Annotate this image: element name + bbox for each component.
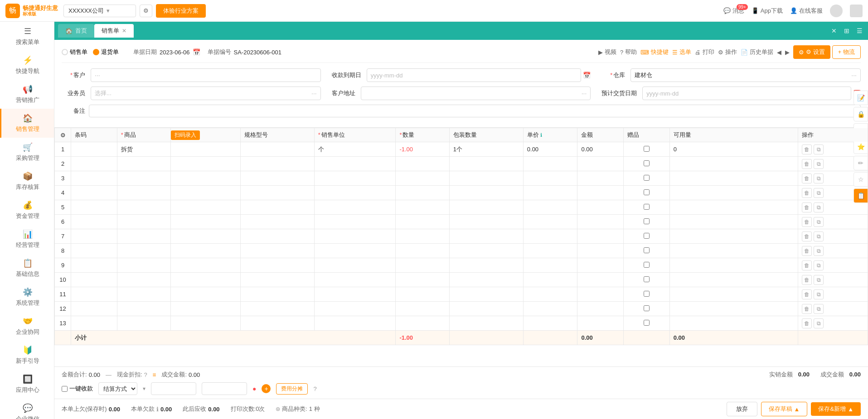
gift-checkbox[interactable] [644,160,650,166]
gift-checkbox[interactable] [644,276,650,282]
delete-icon[interactable]: 🗑 [802,260,812,270]
gift-checkbox[interactable] [644,247,650,253]
float-edit-btn[interactable]: ✏ [853,156,868,170]
settings-icon[interactable]: ⚙ [140,5,152,17]
sidebar-item-quick-nav[interactable]: ⚡ 快捷导航 [0,51,54,80]
gift-checkbox[interactable] [644,262,650,268]
gift-checkbox[interactable] [644,291,650,297]
expense-split-button[interactable]: 费用分摊 [276,383,308,395]
copy-icon[interactable]: ⧉ [814,144,824,154]
delete-icon[interactable]: 🗑 [802,318,812,328]
settlement-method-select[interactable]: 结算方式 [98,382,137,395]
notes-input[interactable] [89,105,861,117]
nav-prev-icon[interactable]: ◀ [777,49,781,56]
amount-cell[interactable]: 0.00 [577,142,624,157]
due-date-calendar-icon[interactable]: 📅 [583,72,591,79]
trial-button[interactable]: 体验行业方案 [156,4,206,18]
gift-checkbox[interactable] [644,175,650,181]
copy-icon[interactable]: ⧉ [814,246,824,256]
app-download-button[interactable]: 📱 App下载 [752,7,783,15]
radio-sales-order[interactable]: 销售单 [62,48,87,56]
abandon-button[interactable]: 放弃 [727,402,757,416]
video-btn[interactable]: ▶ 视频 [598,48,616,56]
copy-icon[interactable]: ⧉ [814,231,824,241]
online-service-button[interactable]: 👤 在线客服 [790,7,823,15]
tab-sales-order[interactable]: 销售单 ✕ [94,24,134,38]
one-click-pay-checkbox[interactable]: 一键收款 [62,385,93,393]
expense-help-icon[interactable]: ? [313,385,316,392]
user-menu[interactable] [850,5,863,17]
customer-input[interactable]: ··· [91,68,321,82]
due-date-input[interactable]: yyyy-mm-dd [367,68,582,82]
nav-next-icon[interactable]: ▶ [785,49,790,56]
copy-icon[interactable]: ⧉ [814,202,824,212]
quantity-cell[interactable]: -1.00 [396,142,449,157]
sidebar-item-finance[interactable]: 💰 资金管理 [0,196,54,225]
shortcut-btn[interactable]: ⌨ 快捷键 [640,48,669,56]
gift-checkbox[interactable] [644,146,650,152]
amount-input[interactable] [202,382,247,395]
company-selector[interactable]: XXXXXX公司 ▾ [63,5,136,17]
warehouse-input[interactable]: 建材仓 ··· [630,68,861,82]
sidebar-item-purchase[interactable]: 🛒 采购管理 [0,138,54,167]
delete-icon[interactable]: 🗑 [802,159,812,169]
scan-button[interactable]: 扫码录入 [171,130,200,140]
copy-icon[interactable]: ⧉ [814,304,824,314]
sidebar-item-cooperation[interactable]: 🤝 企业协同 [0,312,54,341]
settings-button[interactable]: ⚙ ⚙ 设置 [793,45,830,59]
print-btn[interactable]: 🖨 打印 [695,48,714,56]
sidebar-item-basic-info[interactable]: 📋 基础信息 [0,254,54,283]
gift-checkbox[interactable] [644,320,650,326]
select-btn[interactable]: ☰ 选单 [672,48,691,56]
delete-icon[interactable]: 🗑 [802,275,812,285]
copy-icon[interactable]: ⧉ [814,289,824,299]
save-new-button[interactable]: 保存&新增 ▲ [811,402,861,416]
sidebar-item-apps[interactable]: 🔲 应用中心 [0,370,54,399]
float-notes-btn[interactable]: 📝 [853,91,868,105]
copy-icon[interactable]: ⧉ [814,275,824,285]
sidebar-item-guide[interactable]: 🔰 新手引导 [0,341,54,370]
col-settings[interactable]: ⚙ [55,128,71,142]
delete-icon[interactable]: 🗑 [802,231,812,241]
message-button[interactable]: 💬 消息 99+ [723,7,744,15]
delete-icon[interactable]: 🗑 [802,217,812,227]
operations-btn[interactable]: ⚙ 操作 [718,48,737,56]
sidebar-item-operations[interactable]: 📊 经营管理 [0,225,54,254]
unit-price-cell[interactable]: 0.00 [523,142,577,157]
float-star2-btn[interactable]: ☆ [853,172,868,187]
delete-icon[interactable]: 🗑 [802,304,812,314]
logistics-button[interactable]: + 物流 [832,45,861,59]
gift-cell[interactable] [624,142,670,157]
delete-icon[interactable]: 🗑 [802,173,812,183]
one-click-checkbox[interactable] [62,386,68,392]
float-lock-btn[interactable]: 🔒 [853,107,868,121]
discount-help-icon[interactable]: ? [144,371,147,378]
sidebar-item-marketing[interactable]: 📢 营销推广 [0,80,54,109]
tab-close-icon[interactable]: ✕ [122,28,126,34]
float-orange-btn[interactable]: 📋 [853,188,868,203]
account-input[interactable] [151,382,196,395]
delete-icon[interactable]: 🗑 [802,144,812,154]
salesperson-input[interactable]: 选择... ··· [91,87,321,100]
help-btn[interactable]: ? 帮助 [620,48,637,56]
sidebar-item-search[interactable]: ☰ 搜索菜单 [0,22,54,51]
expected-date-input[interactable]: yyyy-mm-dd [642,87,851,100]
pack-qty-cell[interactable]: 1个 [449,142,523,157]
tab-home[interactable]: 🏠 首页 [58,24,94,38]
copy-icon[interactable]: ⧉ [814,318,824,328]
copy-icon[interactable]: ⧉ [814,260,824,270]
calendar-icon[interactable]: 📅 [193,48,200,56]
copy-icon[interactable]: ⧉ [814,188,824,198]
history-btn[interactable]: 📄 历史单据 [741,48,773,56]
delete-icon[interactable]: 🗑 [802,202,812,212]
copy-icon[interactable]: ⧉ [814,159,824,169]
delete-icon[interactable]: 🗑 [802,246,812,256]
unit-cell[interactable]: 个 [314,142,396,157]
delete-icon[interactable]: 🗑 [802,289,812,299]
gift-checkbox[interactable] [644,204,650,210]
sidebar-item-system[interactable]: ⚙️ 系统管理 [0,283,54,312]
copy-icon[interactable]: ⧉ [814,173,824,183]
radio-return-order[interactable]: 退货单 [93,48,119,56]
avatar[interactable] [830,5,843,17]
copy-icon[interactable]: ⧉ [814,217,824,227]
